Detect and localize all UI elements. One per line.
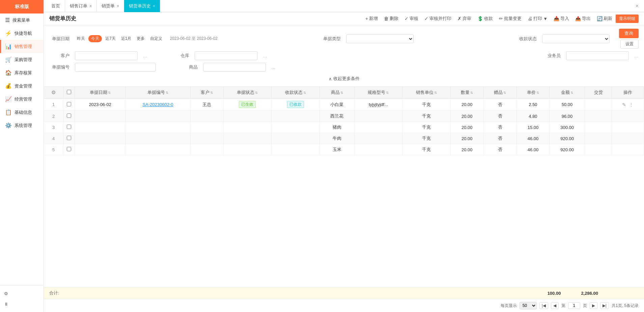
- doc-no-input[interactable]: [75, 63, 156, 72]
- row-checkbox[interactable]: [67, 102, 71, 106]
- sidebar-item-inventory[interactable]: 🏠 库存核算: [0, 66, 44, 79]
- shortcut-1month[interactable]: 近1月: [119, 35, 134, 42]
- row-checkbox[interactable]: [67, 136, 71, 140]
- cell-checkbox[interactable]: [63, 122, 75, 133]
- edit-action-icon[interactable]: ✎: [622, 102, 626, 107]
- doc-no-link[interactable]: SA-20230602-0: [142, 102, 173, 107]
- page-input[interactable]: [568, 302, 580, 309]
- per-page-select[interactable]: 50 100 200: [520, 302, 537, 309]
- cell-customer: [190, 122, 223, 133]
- first-page-btn[interactable]: |◀: [539, 302, 548, 309]
- col-amount[interactable]: 金额⇅: [550, 87, 585, 99]
- table-row: 3 猪肉 千克 20.00 否 15.00 300.00: [44, 122, 644, 133]
- collapse-button[interactable]: ∧ 收起更多条件: [49, 74, 639, 83]
- close-all-tabs[interactable]: ×: [633, 3, 641, 9]
- close-sales-goods-history-tab[interactable]: ×: [153, 4, 155, 8]
- cell-checkbox[interactable]: [63, 111, 75, 122]
- col-goods[interactable]: 商品⇅: [319, 87, 354, 99]
- cell-checkbox[interactable]: [63, 99, 75, 111]
- sidebar-item-search-menu[interactable]: ☰ 搜索菜单: [0, 14, 44, 27]
- customer-input[interactable]: [75, 51, 138, 60]
- sidebar-item-operations-mgmt[interactable]: 📈 经营管理: [0, 93, 44, 106]
- customer-input-dots[interactable]: …: [143, 53, 147, 58]
- doc-type-select[interactable]: [346, 34, 414, 43]
- sidebar-item-basic-info[interactable]: 📋 基础信息: [0, 106, 44, 119]
- tab-sales-order[interactable]: 销售订单 ×: [65, 0, 97, 12]
- export-button[interactable]: 📤 导出: [572, 14, 593, 23]
- sidebar-item-sales-mgmt[interactable]: 📊 销售管理: [0, 40, 44, 53]
- col-doc-status[interactable]: 单据状态⇅: [223, 87, 272, 99]
- collect-icon: 💲: [477, 16, 483, 21]
- new-button[interactable]: + 新增: [363, 14, 381, 23]
- tab-sales-goods[interactable]: 销货单 ×: [97, 0, 124, 12]
- refresh-button[interactable]: 🔄 刷新: [594, 14, 615, 23]
- close-sales-order-tab[interactable]: ×: [89, 4, 92, 8]
- col-unit[interactable]: 销售单位⇅: [402, 87, 451, 99]
- next-page-btn[interactable]: ▶: [590, 302, 597, 309]
- review-print-button[interactable]: ✓ 审核并打印: [422, 14, 454, 23]
- col-doc-no[interactable]: 单据编号⇅: [125, 87, 190, 99]
- query-button[interactable]: 查询: [619, 29, 639, 38]
- col-customer[interactable]: 客户⇅: [190, 87, 223, 99]
- sidebar-settings-btn[interactable]: ⚙: [0, 288, 44, 299]
- review-button[interactable]: ✓ 审核: [402, 14, 421, 23]
- cell-checkbox[interactable]: [63, 133, 75, 144]
- shortcut-today[interactable]: 今天: [88, 35, 102, 42]
- salesperson-input[interactable]: [566, 51, 629, 60]
- row-checkbox[interactable]: [67, 113, 71, 118]
- sidebar-pause-btn[interactable]: ⏸: [0, 299, 44, 309]
- salesperson-input-dots[interactable]: …: [634, 53, 639, 58]
- col-qty[interactable]: 数量⇅: [450, 87, 483, 99]
- warehouse-input[interactable]: [195, 51, 257, 60]
- sidebar-item-purchase-mgmt[interactable]: 🛒 采购管理: [0, 53, 44, 66]
- col-unit-price[interactable]: 单价⇅: [516, 87, 550, 99]
- shortcut-yesterday[interactable]: 昨天: [75, 35, 87, 42]
- collect-status-select[interactable]: [542, 34, 610, 43]
- cell-checkbox[interactable]: [63, 144, 75, 155]
- settings-icon: ⚙: [4, 291, 8, 296]
- row-checkbox[interactable]: [67, 147, 71, 151]
- sidebar-item-finance-mgmt[interactable]: 💰 资金管理: [0, 79, 44, 93]
- more-action-icon[interactable]: ⋮: [629, 102, 634, 107]
- col-gift[interactable]: 赠品⇅: [483, 87, 516, 99]
- import-button[interactable]: 📥 导入: [551, 14, 572, 23]
- sort-icon-customer: ⇅: [210, 91, 213, 95]
- select-all-checkbox[interactable]: [67, 90, 71, 94]
- goods-input[interactable]: [203, 63, 266, 72]
- cell-doc-status: 已生效: [223, 99, 272, 111]
- prev-page-btn[interactable]: ◀: [551, 302, 559, 309]
- goods-input-dots[interactable]: …: [271, 65, 276, 70]
- cell-doc-status: [223, 122, 272, 133]
- delete-button[interactable]: 🗑 删除: [381, 14, 401, 23]
- data-table-container: ⚙ 单据日期⇅ 单据编号⇅ 客户⇅ 单据状态⇅ 收款状态⇅ 商品⇅ 规格型号⇅ …: [44, 87, 644, 287]
- print-button[interactable]: 🖨 打印 ▼: [525, 14, 550, 23]
- operations-icon: 📈: [5, 96, 12, 102]
- filter-settings-button[interactable]: 设置: [620, 40, 639, 49]
- col-doc-date[interactable]: 单据日期⇅: [75, 87, 125, 99]
- tab-sales-goods-history[interactable]: 销货单历史 ×: [124, 0, 160, 12]
- shortcut-custom[interactable]: 自定义: [148, 35, 164, 42]
- col-spec[interactable]: 规格型号⇅: [354, 87, 402, 99]
- cell-unit-price: 15.00: [516, 122, 550, 133]
- sidebar-item-quick-nav[interactable]: ⚡ 快捷导航: [0, 27, 44, 40]
- col-transaction: 交货: [585, 87, 612, 99]
- tab-home[interactable]: 首页: [47, 0, 65, 12]
- collect-button[interactable]: 💲 收款: [475, 14, 496, 23]
- refresh-icon: 🔄: [597, 16, 603, 21]
- col-collect-status[interactable]: 收款状态⇅: [272, 87, 320, 99]
- abandon-button[interactable]: ✗ 弃审: [455, 14, 474, 23]
- show-detail-button[interactable]: 显示明细: [616, 15, 639, 23]
- last-page-btn[interactable]: ▶|: [600, 302, 609, 309]
- checkbox-col[interactable]: [63, 87, 75, 99]
- shortcut-7days[interactable]: 近7天: [103, 35, 118, 42]
- sidebar-item-system-mgmt[interactable]: ⚙️ 系统管理: [0, 119, 44, 132]
- sidebar-item-label: 基础信息: [15, 109, 32, 115]
- settings-col[interactable]: ⚙: [44, 87, 63, 99]
- close-sales-goods-tab[interactable]: ×: [117, 4, 119, 8]
- row-checkbox[interactable]: [67, 125, 71, 129]
- warehouse-input-dots[interactable]: …: [263, 53, 267, 58]
- shortcut-more[interactable]: 更多: [135, 35, 147, 42]
- review-icon: ✓: [404, 16, 409, 21]
- main-content: 首页 销售订单 × 销货单 × 销货单历史 × × 销货单历史 + 新增 🗑 删…: [44, 0, 644, 312]
- batch-change-button[interactable]: ✏ 批量变更: [496, 14, 524, 23]
